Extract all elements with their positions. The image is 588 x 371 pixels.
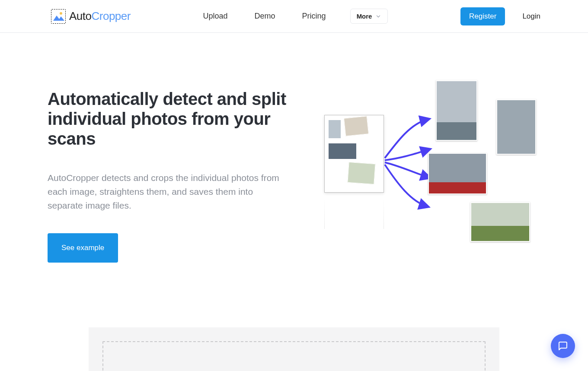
scan-input-image (324, 115, 384, 193)
chevron-down-icon (375, 13, 381, 19)
output-photo-1 (436, 80, 477, 141)
nav-more[interactable]: More (350, 9, 388, 24)
auth-actions: Register Login (460, 7, 540, 25)
nav-pricing[interactable]: Pricing (302, 12, 326, 21)
logo-text-a: Auto (69, 10, 92, 22)
logo-text: AutoCropper (69, 10, 131, 23)
logo[interactable]: AutoCropper (51, 9, 131, 24)
logo-icon (51, 9, 66, 24)
upload-panel (89, 327, 499, 371)
nav-more-label: More (357, 13, 372, 20)
login-link[interactable]: Login (522, 12, 540, 21)
scan-input-reflection (324, 198, 384, 229)
output-photo-3 (428, 153, 487, 194)
upload-dropzone[interactable] (102, 341, 486, 371)
svg-marker-0 (53, 16, 64, 21)
nav-upload[interactable]: Upload (203, 12, 228, 21)
output-photo-2 (496, 99, 536, 155)
split-arrows-icon (380, 111, 432, 210)
chat-button[interactable] (551, 334, 575, 358)
hero-title: Automatically detect and split individua… (48, 89, 298, 149)
hero-illustration (316, 80, 540, 253)
nav-demo[interactable]: Demo (255, 12, 275, 21)
hero-copy: Automatically detect and split individua… (48, 89, 298, 263)
register-button[interactable]: Register (460, 7, 505, 25)
see-example-button[interactable]: See example (48, 233, 118, 263)
chat-icon (558, 341, 568, 351)
logo-text-b: Cropper (92, 10, 131, 22)
output-photo-4 (470, 202, 530, 242)
svg-point-1 (60, 12, 62, 15)
primary-nav: Upload Demo Pricing More (203, 9, 388, 24)
hero: Automatically detect and split individua… (0, 33, 588, 263)
hero-subtitle: AutoCropper detects and crops the indivi… (48, 171, 290, 212)
site-header: AutoCropper Upload Demo Pricing More Reg… (0, 0, 588, 33)
